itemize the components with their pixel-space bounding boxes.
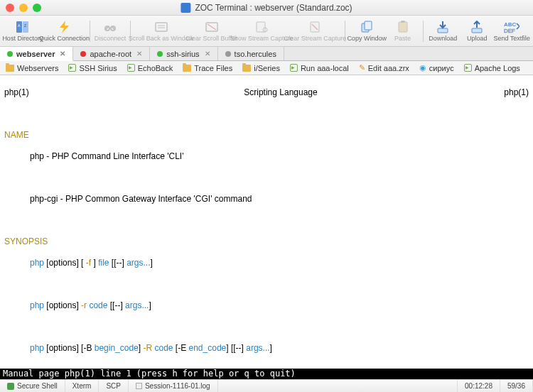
disconnect-icon [102,20,118,34]
bookmark-ssh-sirius[interactable]: SSH Sirius [68,64,117,72]
window-title-text: ZOC Terminal : webserver (Standard.zoc) [195,3,352,13]
svg-rect-12 [257,22,265,32]
host-directory-button[interactable]: AZHost Directory [4,19,41,43]
svg-text:ABC: ABC [504,21,517,28]
bookmark-trace-files[interactable]: Trace Files [183,64,232,72]
bookmark-label: Run aaa-local [301,64,349,72]
status-dot-icon [7,51,13,57]
copy-icon [359,20,375,34]
copy-window-button[interactable]: Copy Window [349,19,385,43]
svg-marker-4 [60,21,69,33]
tab-apache-root[interactable]: apache-root✕ [73,47,150,60]
status-spacer [218,380,458,392]
svg-text:DEF: DEF [504,28,515,33]
bookmark-run-aaa-local[interactable]: Run aaa-local [290,64,349,72]
status-bar: Secure Shell Xterm SCP Session-1116-01.l… [0,379,533,392]
launch-icon [464,64,472,72]
toolbar-separator [423,21,424,42]
download-icon [435,20,451,34]
toolbar-label: Disconnect [95,35,126,42]
clear-icon [204,20,220,34]
app-icon [181,3,190,13]
clear-stream-capture-button[interactable]: Clear Stream Capture [289,19,341,43]
paste-icon [395,20,411,34]
status-logfile: Session-1116-01.log [129,380,218,392]
svg-rect-17 [365,21,372,30]
svg-rect-21 [472,28,482,33]
upload-button[interactable]: Upload [461,19,493,43]
bookmark-echoback[interactable]: EchoBack [127,64,173,72]
bookmark-label: Edit aaa.zrx [368,64,409,72]
bookmark-iseries[interactable]: i/Series [242,64,280,72]
tab-label: ssh-sirius [166,50,199,58]
man-header: php(1)Scripting Languagephp(1) [4,87,529,98]
scrollback-window-button[interactable]: Scroll Back as Window [134,19,188,43]
status-terminal-type: Xterm [65,380,99,392]
toolbar-label: Host Directory [2,35,43,42]
paste-button[interactable]: Paste [387,19,419,43]
book-icon: AZ [15,20,31,34]
status-dot-icon [157,51,163,57]
launch-icon [68,64,76,72]
section-name: NAME [4,130,529,141]
main-toolbar: AZHost Directory Quick Connection Discon… [0,16,533,47]
svg-rect-18 [399,22,407,32]
session-tabs: webserver✕ apache-root✕ ssh-sirius✕ tso.… [0,47,533,61]
folder-icon [183,65,191,72]
close-tab-icon[interactable]: ✕ [60,50,65,58]
man-line: php - PHP Command Line Interface 'CLI' [4,151,529,162]
toolbar-label: Download [429,35,457,42]
tab-label: webserver [16,50,55,58]
quick-connection-button[interactable]: Quick Connection [43,19,87,43]
send-textfile-button[interactable]: ABCDEFSend Textfile [495,19,529,43]
window-controls [6,4,41,12]
shield-icon [7,383,14,390]
bookmark-bar: Webservers SSH Sirius EchoBack Trace Fil… [0,61,533,75]
bookmark-webservers[interactable]: Webservers [6,64,58,72]
show-stream-capture-button[interactable]: Show Stream Capture [235,19,288,43]
capture-show-icon [254,20,269,34]
toolbar-label: Clear Stream Capture [284,35,347,42]
launch-icon [290,64,298,72]
edit-icon: ✎ [359,63,365,72]
close-tab-icon[interactable]: ✕ [136,50,142,58]
man-line: php-cgi - PHP Common Gateway Interface '… [4,194,529,205]
pager-status: Manual page php(1) line 1 (press h for h… [0,369,533,379]
bookmark-label: Webservers [17,64,58,72]
bookmark-sirius-cyr[interactable]: ◉сириус [419,63,454,72]
folder-icon [6,65,14,72]
window-title: ZOC Terminal : webserver (Standard.zoc) [181,3,352,13]
svg-rect-7 [156,23,167,31]
toolbar-label: Paste [394,35,411,42]
tab-tso-hercules[interactable]: tso.hercules [218,47,284,60]
tab-ssh-sirius[interactable]: ssh-sirius✕ [150,47,217,60]
bookmark-label: SSH Sirius [79,64,117,72]
minimize-icon[interactable] [19,4,28,12]
lightning-icon [57,20,72,34]
bookmark-label: i/Series [254,64,280,72]
bookmark-label: Apache Logs [475,64,520,72]
tab-webserver[interactable]: webserver✕ [0,47,73,61]
bookmark-label: сириус [429,64,454,72]
zoom-icon[interactable] [33,4,41,12]
launch-icon [127,64,135,72]
svg-line-11 [208,24,216,30]
disconnect-button[interactable]: Disconnect [94,19,126,43]
toolbar-label: Upload [467,35,488,42]
globe-icon: ◉ [419,63,426,72]
terminal-output[interactable]: php(1)Scripting Languagephp(1) NAME php … [0,75,533,374]
tab-label: tso.hercules [235,50,276,58]
close-icon[interactable] [6,4,14,12]
toolbar-label: Copy Window [347,35,387,42]
bookmark-label: Trace Files [194,64,232,72]
window-titlebar: ZOC Terminal : webserver (Standard.zoc) [0,0,533,16]
folder-icon [242,65,251,72]
bookmark-apache-logs[interactable]: Apache Logs [464,64,520,72]
close-tab-icon[interactable]: ✕ [205,50,210,58]
bookmark-label: EchoBack [138,64,173,72]
clear-scroll-buffer-button[interactable]: Clear Scroll Buffer [190,19,235,43]
download-button[interactable]: Download [426,19,459,43]
section-synopsis: SYNOPSIS [4,236,529,247]
svg-rect-20 [438,28,448,33]
bookmark-edit-aaa[interactable]: ✎Edit aaa.zrx [359,63,409,72]
